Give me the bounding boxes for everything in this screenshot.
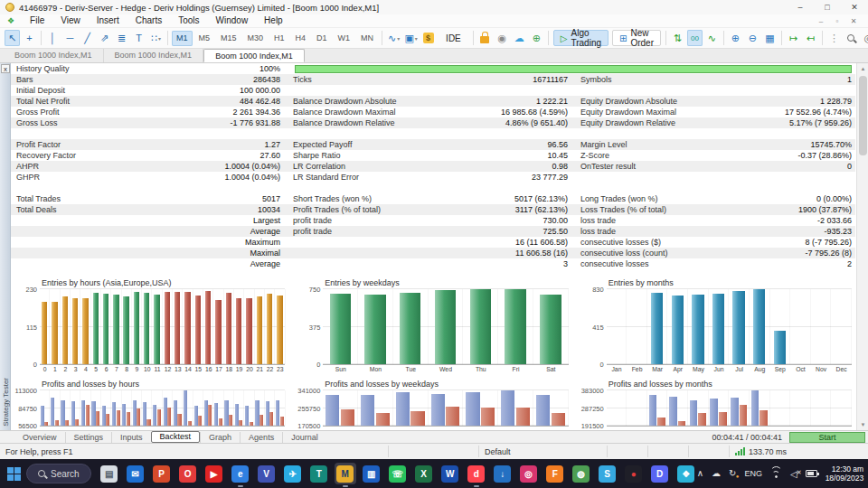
powerpoint-icon[interactable]: P xyxy=(151,463,173,484)
tester-tab-graph[interactable]: Graph xyxy=(200,432,240,443)
menu-item-file[interactable]: File xyxy=(22,14,52,27)
scrollbar-thumb[interactable] xyxy=(859,76,867,155)
currency-icon[interactable]: $ xyxy=(420,30,436,46)
trendline-icon[interactable]: ╱ xyxy=(80,30,95,46)
tray-expand-icon[interactable]: ∧ xyxy=(697,469,703,478)
mail-app-icon[interactable]: ✉ xyxy=(125,463,146,484)
auto-scroll-icon[interactable]: ↤ xyxy=(803,30,818,46)
start-test-button[interactable]: Start xyxy=(789,432,865,443)
visual-studio-icon[interactable]: V xyxy=(256,463,278,484)
menu-item-window[interactable]: Window xyxy=(208,14,257,27)
battery-icon[interactable] xyxy=(806,470,817,477)
instagram-icon[interactable]: ◎ xyxy=(518,463,540,484)
channel-icon[interactable]: ⇗ xyxy=(97,30,112,46)
discord-icon[interactable]: D xyxy=(649,463,671,484)
onedrive-cloud-icon[interactable]: ☁ xyxy=(712,469,721,478)
zoom-in-icon[interactable]: ⊕ xyxy=(728,30,743,46)
metatrader-5-icon[interactable]: M xyxy=(335,463,356,484)
tester-tab-journal[interactable]: Journal xyxy=(282,432,326,443)
youtube-icon[interactable]: ▶ xyxy=(203,463,225,484)
lock-icon[interactable] xyxy=(477,30,493,46)
timeframe-d1-button[interactable]: D1 xyxy=(312,31,332,46)
objects-list-icon[interactable]: ▣▾ xyxy=(403,30,419,46)
maximize-icon[interactable]: □ xyxy=(814,0,841,14)
chart-restore-icon[interactable]: ▫ xyxy=(830,15,844,27)
zoom-out-icon[interactable]: ⊖ xyxy=(745,30,760,46)
profile-selector[interactable]: Default xyxy=(479,446,608,457)
timeframe-mn-button[interactable]: MN xyxy=(356,31,378,46)
telegram-icon[interactable]: ✈ xyxy=(282,463,304,484)
tester-tab-backtest[interactable]: Backtest xyxy=(151,431,201,443)
menu-item-help[interactable]: Help xyxy=(256,14,291,27)
timeframe-m30-button[interactable]: M30 xyxy=(243,31,269,46)
line-chart-icon[interactable]: ∿ xyxy=(704,30,720,46)
shapes-icon[interactable]: ∷▾ xyxy=(148,30,164,46)
chart-tab-0[interactable]: Boom 1000 Index,M1 xyxy=(4,49,104,62)
taskbar-clock[interactable]: 12:30 am 18/09/2023 xyxy=(826,465,864,483)
minimize-icon[interactable]: – xyxy=(787,0,814,14)
timeframe-w1-button[interactable]: W1 xyxy=(334,31,355,46)
edge-browser-icon[interactable]: e xyxy=(230,463,251,484)
menu-item-tools[interactable]: Tools xyxy=(170,14,207,27)
skype-icon[interactable]: S xyxy=(597,463,618,484)
signal-icon[interactable]: ◉ xyxy=(495,30,510,46)
bar-chart-icon[interactable]: 00 xyxy=(687,30,703,46)
community-icon[interactable]: ⊕ xyxy=(529,30,544,46)
text-icon[interactable]: T xyxy=(131,30,146,46)
tick-chart-icon[interactable]: ⇅ xyxy=(670,30,685,46)
file-explorer-icon[interactable]: ▤ xyxy=(99,463,120,484)
chrome-browser-icon[interactable]: ◍ xyxy=(571,463,592,484)
timeframe-m1-button[interactable]: M1 xyxy=(172,31,193,46)
chart-tab-2[interactable]: Boom 1000 Index,M1 xyxy=(203,49,305,62)
firefox-browser-icon[interactable]: F xyxy=(544,463,566,484)
cursor-icon[interactable]: ↖ xyxy=(5,30,20,46)
language-indicator[interactable]: ENG xyxy=(744,469,762,478)
tester-tab-agents[interactable]: Agents xyxy=(240,432,282,443)
scroll-up-icon[interactable]: ▲ xyxy=(857,63,868,74)
sync-icon[interactable]: ↻● xyxy=(729,469,736,478)
chart-tab-1[interactable]: Boom 1000 Index,M1 xyxy=(104,49,204,62)
chart-minimize-icon[interactable]: – xyxy=(814,15,828,27)
horizontal-line-icon[interactable]: ─ xyxy=(62,30,78,46)
tile-windows-icon[interactable]: ▦ xyxy=(762,30,778,46)
teams-icon[interactable]: T xyxy=(308,463,330,484)
vertical-line-icon[interactable]: │ xyxy=(45,30,61,46)
tester-tab-overview[interactable]: Overview xyxy=(14,432,65,443)
menu-item-insert[interactable]: Insert xyxy=(89,14,127,27)
report-scrollbar[interactable]: ▲ ▼ xyxy=(856,63,868,430)
tester-close-icon[interactable]: x xyxy=(1,64,10,73)
volume-muted-icon[interactable]: ◁✕ xyxy=(790,469,797,479)
tester-tab-inputs[interactable]: Inputs xyxy=(111,432,151,443)
more-tools-icon[interactable]: ⋮ xyxy=(826,30,842,46)
ide-button[interactable]: IDE xyxy=(439,30,468,46)
close-icon[interactable]: ✕ xyxy=(841,0,868,14)
new-order-button[interactable]: ⊞New Order xyxy=(612,30,661,46)
downloads-icon[interactable]: ↓ xyxy=(492,463,514,484)
chart-close-icon[interactable]: ✕ xyxy=(846,15,861,27)
search-icon[interactable] xyxy=(844,30,859,46)
timeframe-h1-button[interactable]: H1 xyxy=(269,31,289,46)
menu-item-view[interactable]: View xyxy=(52,14,89,27)
menu-item-charts[interactable]: Charts xyxy=(127,14,170,27)
indicators-icon[interactable]: ∿▾ xyxy=(386,30,401,46)
timeframe-m5-button[interactable]: M5 xyxy=(194,31,215,46)
excel-icon[interactable]: X xyxy=(413,463,435,484)
timeframe-h4-button[interactable]: H4 xyxy=(291,31,311,46)
help-icon[interactable]: ◎ xyxy=(861,30,868,46)
wifi-icon[interactable] xyxy=(770,469,782,478)
trading-app-icon[interactable]: ▥ xyxy=(361,463,382,484)
tester-tab-settings[interactable]: Settings xyxy=(65,432,112,443)
word-icon[interactable]: W xyxy=(439,463,461,484)
deriv-app-icon[interactable]: d xyxy=(466,463,487,484)
scroll-down-icon[interactable]: ▼ xyxy=(857,419,868,430)
obs-studio-icon[interactable]: ● xyxy=(623,463,645,484)
windows-start-icon[interactable] xyxy=(7,462,21,485)
chart-shift-icon[interactable]: ↦ xyxy=(786,30,801,46)
fibonacci-icon[interactable]: ≣ xyxy=(114,30,129,46)
cloud-icon[interactable]: ☁ xyxy=(512,30,527,46)
timeframe-m15-button[interactable]: M15 xyxy=(216,31,241,46)
whatsapp-icon[interactable]: ☏ xyxy=(387,463,409,484)
crosshair-icon[interactable]: + xyxy=(22,30,37,46)
taskbar-search[interactable]: Search xyxy=(26,464,91,483)
opera-browser-icon[interactable]: O xyxy=(177,463,199,484)
